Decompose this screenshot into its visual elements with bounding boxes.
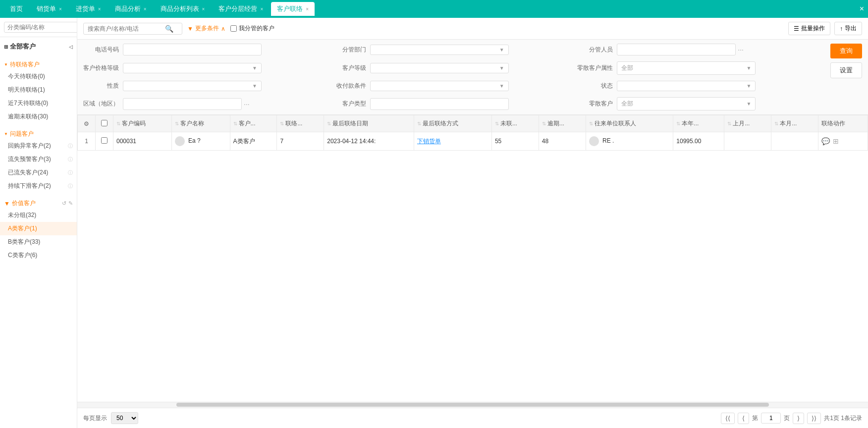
col-sort-year[interactable]: ⇅ <box>676 121 680 126</box>
row-last-method-link[interactable]: 下销货单 <box>417 138 441 145</box>
sidebar-item-repurchase-abnormal[interactable]: 回购异常客户(2) ⓘ <box>0 139 77 153</box>
chat-icon[interactable]: 💬 <box>821 137 830 145</box>
close-icon-customer-contact[interactable]: × <box>306 6 309 12</box>
sidebar-item-tomorrow[interactable]: 明天待联络(1) <box>0 83 77 97</box>
refresh-icon[interactable]: ↺ <box>62 200 66 207</box>
problem-group-label[interactable]: ▼ 问题客户 <box>0 127 77 139</box>
customer-type-input[interactable] <box>370 98 509 110</box>
nature-arrow: ▼ <box>252 83 257 89</box>
retail-customer-label: 零散客户 <box>577 100 617 108</box>
sidebar-item-overdue[interactable]: 逾期未联络(30) <box>0 110 77 123</box>
sidebar-item-unclassified[interactable]: 未分组(32) <box>0 209 77 222</box>
nav-tab-analysis-list[interactable]: 商品分析列表 × <box>155 2 211 16</box>
settings-btn[interactable]: 设置 <box>830 62 862 78</box>
col-sort-name[interactable]: ⇅ <box>175 121 179 126</box>
nav-tab-analysis[interactable]: 商品分析 × <box>109 2 153 16</box>
page-number-input[interactable] <box>761 413 781 424</box>
close-icon-analysis-list[interactable]: × <box>202 6 205 12</box>
customer-grade-arrow: ▼ <box>499 65 504 71</box>
col-checkbox[interactable] <box>96 115 113 132</box>
sidebar-search-input[interactable] <box>4 22 77 33</box>
value-group-label[interactable]: ▼ 价值客户 ↺ ✎ <box>0 197 77 209</box>
sidebar-item-today[interactable]: 今天待联络(0) <box>0 70 77 83</box>
export-btn[interactable]: ↑ 导出 <box>834 22 862 35</box>
sidebar-item-declining[interactable]: 持续下滑客户(2) ⓘ <box>0 179 77 193</box>
close-icon-purchase[interactable]: × <box>98 6 101 12</box>
first-page-btn[interactable]: ⟨⟨ <box>721 413 735 424</box>
close-icon-customer-mgmt[interactable]: × <box>260 6 263 12</box>
region-dots[interactable]: ··· <box>242 100 252 108</box>
person-dots[interactable]: ··· <box>736 46 746 54</box>
customer-grade-select[interactable]: ▼ <box>370 63 509 73</box>
prev-page-btn[interactable]: ⟨ <box>738 413 749 424</box>
row-checkbox-cell[interactable] <box>96 132 113 151</box>
col-sort-code[interactable]: ⇅ <box>116 121 120 126</box>
close-icon-sales[interactable]: × <box>59 6 62 12</box>
collapse-icon[interactable]: ◁ <box>69 44 73 50</box>
col-sort-person[interactable]: ⇅ <box>589 121 593 126</box>
phone-input[interactable] <box>123 44 262 55</box>
col-last-month-label: 上月... <box>733 120 750 127</box>
col-sort-method[interactable]: ⇅ <box>417 121 421 126</box>
next-page-btn[interactable]: ⟩ <box>793 413 804 424</box>
region-input[interactable] <box>123 98 242 110</box>
select-all-checkbox[interactable] <box>101 120 108 126</box>
payment-select[interactable]: ▼ <box>370 81 509 91</box>
retail-attr-select[interactable]: 全部 ▼ <box>617 61 756 75</box>
row-last-method[interactable]: 下销货单 <box>414 132 491 151</box>
filter-search-box: 🔍 <box>83 23 182 35</box>
close-all-btn[interactable]: × <box>860 4 864 13</box>
nav-tab-purchase[interactable]: 进货单 × <box>70 2 107 16</box>
pending-group-label[interactable]: ▼ 待联络客户 <box>0 58 77 70</box>
person-input[interactable] <box>617 44 736 55</box>
region-field: 区域（地区） ··· <box>83 98 330 110</box>
customer-type-field: 客户类型 <box>330 98 578 110</box>
col-gear[interactable]: ⚙ <box>78 115 96 132</box>
nav-tab-customer-mgmt[interactable]: 客户分层经营 × <box>213 2 269 16</box>
col-sort-contact[interactable]: ⇅ <box>280 121 284 126</box>
status-select[interactable]: ▼ <box>617 81 756 91</box>
last-page-btn[interactable]: ⟩⟩ <box>807 413 821 424</box>
status-label: 状态 <box>577 82 617 90</box>
my-customers-checkbox[interactable] <box>230 25 237 32</box>
col-this-year: ⇅本年... <box>673 115 724 132</box>
triangle-icon-problem: ▼ <box>4 132 8 136</box>
horizontal-scrollbar[interactable] <box>176 403 769 407</box>
batch-op-btn[interactable]: ☰ 批量操作 <box>788 22 830 35</box>
nav-tab-sales[interactable]: 销货单 × <box>31 2 68 16</box>
sidebar-item-c-class[interactable]: C类客户(6) <box>0 249 77 262</box>
sidebar-all-customers[interactable]: ⊞ 全部客户 ◁ <box>0 39 77 54</box>
sidebar-item-churn-warning[interactable]: 流失预警客户(3) ⓘ <box>0 153 77 166</box>
sidebar-item-a-class[interactable]: A类客户(1) <box>0 222 77 235</box>
retail-customer-select[interactable]: 全部 ▼ <box>617 97 756 110</box>
edit-icon[interactable]: ✎ <box>68 200 73 207</box>
col-sort-date[interactable]: ⇅ <box>327 121 331 126</box>
nav-tab-home[interactable]: 首页 <box>4 2 29 16</box>
my-customers-checkbox-area[interactable]: 我分管的客户 <box>230 24 274 33</box>
dept-select[interactable]: ▼ <box>370 45 509 55</box>
nav-tab-customer-contact[interactable]: 客户联络 × <box>271 2 315 16</box>
col-name-label: 客户名称 <box>180 120 204 127</box>
col-sort-overdue[interactable]: ⇅ <box>542 121 546 126</box>
price-grade-select[interactable]: ▼ <box>123 63 262 73</box>
filter-search-icon[interactable]: 🔍 <box>165 25 173 33</box>
sidebar-item-churned[interactable]: 已流失客户(24) ⓘ <box>0 166 77 179</box>
row-checkbox[interactable] <box>101 137 108 144</box>
col-sort-lmonth[interactable]: ⇅ <box>727 121 731 126</box>
nature-select[interactable]: ▼ <box>123 81 262 91</box>
col-sort-type[interactable]: ⇅ <box>233 121 237 126</box>
status-field: 状态 ▼ <box>577 81 824 91</box>
close-icon-analysis[interactable]: × <box>144 6 147 12</box>
export-icon: ↑ <box>840 25 843 32</box>
per-page-select[interactable]: 50 100 200 <box>111 412 138 424</box>
sidebar-item-b-class[interactable]: B类客户(33) <box>0 235 77 249</box>
problem-group-text: 问题客户 <box>10 130 34 138</box>
col-sort-uncontacted[interactable]: ⇅ <box>495 121 499 126</box>
col-name: ⇅客户名称 <box>171 115 230 132</box>
query-btn[interactable]: 查询 <box>830 44 862 58</box>
qr-icon[interactable]: ⊞ <box>833 137 839 145</box>
filter-more-btn[interactable]: ▼ 更多条件 ∧ <box>187 24 225 33</box>
sidebar-item-7days[interactable]: 近7天待联络(0) <box>0 97 77 110</box>
col-sort-tmonth[interactable]: ⇅ <box>774 121 778 126</box>
filter-search-input[interactable] <box>88 25 162 32</box>
